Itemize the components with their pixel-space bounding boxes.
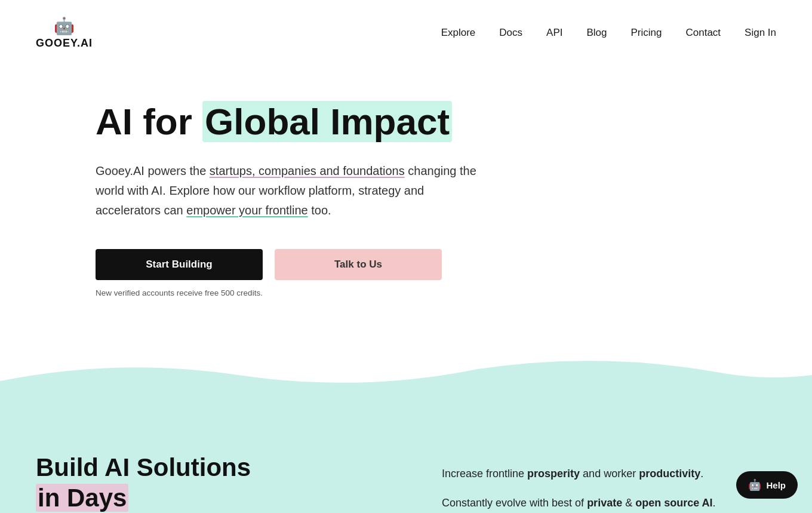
wave-divider	[0, 357, 812, 405]
hero-title-highlight: Global Impact	[202, 101, 452, 142]
teal-title-p1: Build AI Solutions	[36, 453, 251, 481]
teal-right-line1: Increase frontline prosperity and worker…	[442, 465, 776, 483]
teal-r1-b2: productivity	[639, 468, 700, 480]
nav-item-signin[interactable]: Sign In	[745, 27, 776, 39]
teal-r2-end: .	[713, 497, 716, 509]
teal-r2-mid: &	[622, 497, 635, 509]
hero-title: AI for Global Impact	[96, 102, 502, 142]
hero-note: New verified accounts receive free 500 c…	[96, 288, 502, 297]
start-building-button[interactable]: Start Building	[96, 249, 263, 280]
hero-description: Gooey.AI powers the startups, companies …	[96, 161, 490, 220]
wave-section: Build AI Solutions in Days ↗ Increase fr…	[0, 357, 812, 513]
logo-text: GOOEY.AI	[36, 37, 93, 50]
teal-left: Build AI Solutions in Days ↗	[36, 453, 346, 513]
teal-r2-p1: Constantly evolve with best of	[442, 497, 587, 509]
teal-title-highlight: in Days	[36, 484, 128, 512]
nav-item-explore[interactable]: Explore	[441, 27, 476, 39]
hero-desc-h1: startups, companies and foundations	[210, 164, 405, 177]
teal-r1-mid: and worker	[580, 468, 639, 480]
hero-desc-p1: Gooey.AI powers the	[96, 164, 210, 177]
help-button[interactable]: 🤖 Help	[736, 471, 798, 499]
logo[interactable]: 🤖 GOOEY.AI	[36, 16, 93, 50]
teal-r1-end: .	[700, 468, 703, 480]
teal-r1-b1: prosperity	[527, 468, 580, 480]
teal-right-line2: Constantly evolve with best of private &…	[442, 494, 776, 512]
hero-section: AI for Global Impact Gooey.AI powers the…	[0, 66, 537, 345]
hero-title-plain: AI for	[96, 101, 202, 142]
nav-item-api[interactable]: API	[546, 27, 562, 39]
logo-robot-icon: 🤖	[54, 16, 75, 36]
teal-r2-b2: open source AI	[635, 497, 712, 509]
nav-links: Explore Docs API Blog Pricing Contact Si…	[441, 27, 776, 39]
nav-item-pricing[interactable]: Pricing	[631, 27, 662, 39]
help-robot-icon: 🤖	[748, 478, 761, 492]
nav-item-blog[interactable]: Blog	[586, 27, 607, 39]
talk-to-us-button[interactable]: Talk to Us	[275, 249, 442, 280]
teal-r2-b1: private	[587, 497, 622, 509]
hero-desc-h2: empower your frontline	[186, 204, 307, 217]
teal-r1-p1: Increase frontline	[442, 468, 527, 480]
teal-title: Build AI Solutions in Days	[36, 453, 346, 513]
nav-item-docs[interactable]: Docs	[499, 27, 522, 39]
teal-section: Build AI Solutions in Days ↗ Increase fr…	[0, 405, 812, 513]
navbar: 🤖 GOOEY.AI Explore Docs API Blog Pricing…	[0, 0, 812, 66]
teal-right: Increase frontline prosperity and worker…	[442, 453, 776, 513]
nav-item-contact[interactable]: Contact	[685, 27, 721, 39]
help-label: Help	[766, 480, 786, 490]
hero-buttons: Start Building Talk to Us	[96, 249, 502, 280]
hero-desc-p3: too.	[308, 204, 331, 217]
